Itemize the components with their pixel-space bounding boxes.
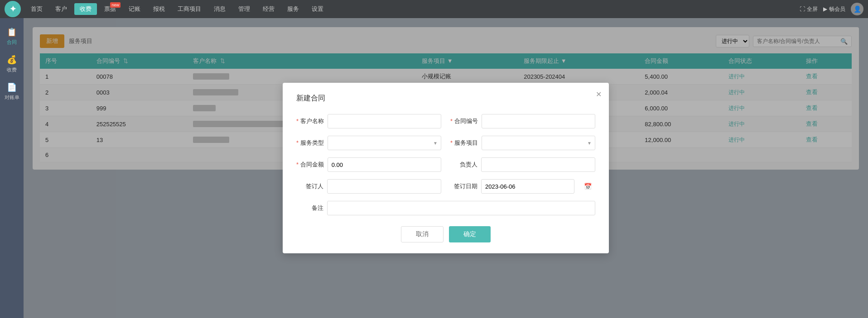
calendar-icon: 📅 — [584, 183, 592, 190]
service-item-select-wrap: ▼ — [482, 136, 595, 150]
modal-overlay: ✕ 新建合同 客户名称 合同编号 服务类型 ▼ — [24, 18, 868, 318]
form-grid: 客户名称 合同编号 服务类型 ▼ 服务项目 — [296, 114, 595, 215]
service-item-select[interactable] — [482, 136, 595, 150]
nav-fee[interactable]: 收费 — [74, 3, 97, 15]
form-row-responsible: 负责人 — [450, 157, 595, 172]
sign-date-wrap: 📅 — [481, 179, 595, 194]
sidebar: 📋 合同 💰 收费 📄 对账单 — [0, 18, 24, 318]
sidebar-item-fee[interactable]: 💰 收费 — [0, 50, 24, 78]
nav-bookkeeping[interactable]: 记账 — [123, 3, 146, 15]
nav-operate[interactable]: 经营 — [257, 3, 280, 15]
nav-tax[interactable]: 报税 — [148, 3, 170, 15]
nav-ticket[interactable]: 票据 new — [99, 3, 121, 15]
service-type-select-wrap: ▼ — [328, 136, 441, 150]
avatar[interactable]: 👤 — [851, 3, 863, 15]
responsible-label: 负责人 — [450, 161, 477, 169]
amount-input[interactable] — [328, 157, 441, 172]
service-type-label: 服务类型 — [296, 139, 324, 147]
signer-label: 签订人 — [296, 182, 323, 190]
new-contract-modal: ✕ 新建合同 客户名称 合同编号 服务类型 ▼ — [283, 83, 609, 253]
customer-label: 客户名称 — [296, 117, 324, 125]
nav-service[interactable]: 服务 — [282, 3, 304, 15]
fullscreen-icon: ⛶ — [800, 6, 805, 12]
confirm-button[interactable]: 确定 — [449, 226, 491, 242]
sidebar-item-reconciliation[interactable]: 📄 对账单 — [0, 78, 24, 105]
contract-icon: 📋 — [7, 27, 17, 37]
new-badge: new — [110, 2, 121, 8]
sign-date-input[interactable] — [481, 179, 574, 194]
form-row-contract-no: 合同编号 — [450, 114, 595, 128]
play-icon: ▶ — [823, 6, 827, 12]
responsible-input[interactable] — [481, 157, 595, 172]
reconciliation-icon: 📄 — [7, 82, 17, 92]
member-button[interactable]: ▶ 畅会员 — [823, 5, 845, 13]
nav-home[interactable]: 首页 — [25, 3, 48, 15]
signer-input[interactable] — [327, 179, 441, 194]
fullscreen-button[interactable]: ⛶ 全屏 — [800, 5, 818, 13]
top-nav: ✦ 首页 客户 收费 票据 new 记账 报税 工商项目 消息 管理 经营 服务… — [0, 0, 868, 18]
modal-footer: 取消 确定 — [296, 226, 595, 242]
contract-no-label: 合同编号 — [450, 117, 478, 125]
form-row-service-type: 服务类型 ▼ — [296, 136, 441, 150]
nav-customer[interactable]: 客户 — [50, 3, 72, 15]
form-row-amount: 合同金额 — [296, 157, 441, 172]
form-row-service-item: 服务项目 ▼ — [450, 136, 595, 150]
form-row-sign-date: 签订日期 📅 — [450, 179, 595, 194]
sign-date-label: 签订日期 — [450, 182, 477, 190]
nav-message[interactable]: 消息 — [208, 3, 231, 15]
amount-label: 合同金额 — [296, 161, 324, 169]
form-row-customer: 客户名称 — [296, 114, 441, 128]
nav-items: 首页 客户 收费 票据 new 记账 报税 工商项目 消息 管理 经营 服务 设… — [25, 3, 800, 15]
customer-input[interactable] — [328, 114, 441, 128]
form-row-signer: 签订人 — [296, 179, 441, 194]
close-button[interactable]: ✕ — [596, 90, 602, 99]
nav-biz[interactable]: 工商项目 — [172, 3, 207, 15]
form-row-remark: 备注 — [296, 201, 595, 215]
contract-no-input[interactable] — [482, 114, 595, 128]
remark-label: 备注 — [296, 204, 323, 212]
logo-icon: ✦ — [5, 1, 21, 17]
service-type-select[interactable] — [328, 136, 441, 150]
nav-right: ⛶ 全屏 ▶ 畅会员 👤 — [800, 3, 863, 15]
service-item-label: 服务项目 — [450, 139, 478, 147]
sidebar-item-contract[interactable]: 📋 合同 — [0, 23, 24, 50]
modal-title: 新建合同 — [296, 94, 595, 103]
nav-manage[interactable]: 管理 — [233, 3, 256, 15]
fee-icon: 💰 — [7, 55, 17, 65]
remark-input[interactable] — [327, 201, 595, 215]
cancel-button[interactable]: 取消 — [401, 226, 444, 242]
nav-settings[interactable]: 设置 — [306, 3, 329, 15]
